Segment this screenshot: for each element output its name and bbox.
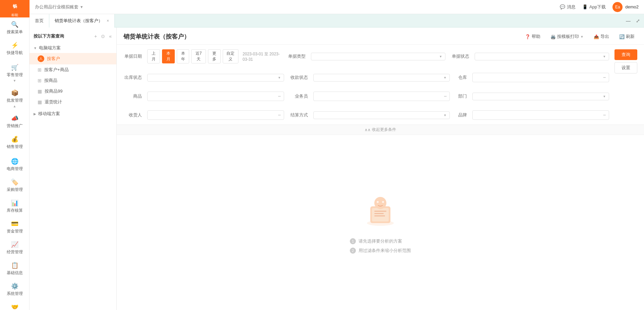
- brand-select[interactable]: ···: [472, 110, 609, 120]
- collapse-text: ∧∧ 收起更多条件: [365, 127, 396, 133]
- settlement-chevron: ▾: [444, 113, 446, 117]
- sidebar-item-inventory[interactable]: 📊 库存核算: [0, 196, 30, 217]
- sidebar-item-sales[interactable]: 💰 销售管理: [0, 132, 30, 153]
- app-download-button[interactable]: 📱 App下载: [582, 4, 606, 10]
- date-btn-this-month[interactable]: 本月: [162, 49, 175, 63]
- scheme-item-customer[interactable]: 人 按客户: [30, 53, 116, 64]
- ecommerce-icon: 🌐: [11, 158, 18, 165]
- desktop-group-label: 电脑端方案: [39, 45, 61, 51]
- tab-active[interactable]: 销货单统计表（按客户） ×: [49, 14, 115, 28]
- desktop-group-header[interactable]: ▼ 电脑端方案: [30, 43, 116, 53]
- salesperson-select[interactable]: ···: [313, 92, 450, 101]
- salesperson-more-icon[interactable]: ···: [444, 93, 446, 99]
- sidebar-item-finance[interactable]: 💳 资金管理: [0, 217, 30, 238]
- doctype-control[interactable]: ▾: [311, 53, 445, 60]
- sidebar-item-business[interactable]: 📈 经营管理: [0, 238, 30, 258]
- scheme-item-goods99[interactable]: ▦ 按商品99: [30, 86, 116, 97]
- empty-state: 1 请先选择要分析的方案 2 用过滤条件来缩小分析范围: [117, 135, 644, 310]
- export-btn[interactable]: 📤 导出: [591, 32, 612, 41]
- print-btn[interactable]: 🖨️ 按模板打印 ▼: [548, 32, 586, 41]
- finance-icon: 💳: [11, 220, 18, 227]
- sidebar-item-system[interactable]: ⚙️ 系统管理: [0, 279, 30, 300]
- scheme-item-goods[interactable]: ⊞ 按商品: [30, 75, 116, 86]
- desktop-scheme-group: ▼ 电脑端方案 人 按客户 ⊞ 按客户+商品 ⊞ 按商品 ▦ 按商品99: [30, 43, 116, 107]
- mobile-group-header[interactable]: ▶ 移动端方案: [30, 109, 116, 119]
- sidebar-item-purchase[interactable]: 🏷️ 采购管理: [0, 175, 30, 196]
- dept-control[interactable]: ▾: [472, 93, 609, 100]
- goods-more-icon[interactable]: ···: [278, 93, 280, 99]
- date-btn-last-month[interactable]: 上月: [147, 49, 160, 63]
- receiver-label: 收货人: [123, 112, 142, 118]
- business-icon: 📈: [11, 241, 18, 248]
- sidebar-item-search[interactable]: 🔍 搜索菜单: [0, 17, 30, 38]
- sidebar-item-quicknav[interactable]: ⚡ 快捷导航: [0, 38, 30, 59]
- collapse-panel-btn[interactable]: «: [108, 33, 112, 40]
- tab-home[interactable]: 首页: [30, 14, 49, 28]
- empty-hints: 1 请先选择要分析的方案 2 用过滤条件来缩小分析范围: [350, 238, 411, 254]
- date-btn-7days[interactable]: 近7天: [191, 49, 206, 63]
- warehouse-select[interactable]: ···: [472, 73, 609, 82]
- scheme-item-return[interactable]: ▦ 退货统计: [30, 97, 116, 107]
- svg-rect-9: [374, 213, 384, 214]
- date-btn-custom[interactable]: 自定义: [223, 49, 239, 63]
- sales-icon: 💰: [11, 136, 18, 143]
- sidebar-item-retail[interactable]: 🛒 零售管理 ▼: [0, 60, 30, 86]
- outstatus-control[interactable]: ▾: [147, 74, 284, 82]
- receiptstatus-select[interactable]: ▾: [313, 74, 450, 82]
- docstatus-control[interactable]: ▾: [475, 53, 609, 60]
- bar-icon-2: ▦: [38, 99, 42, 105]
- receiver-control[interactable]: ···: [147, 110, 284, 120]
- grid-icon-2: ⊞: [38, 78, 42, 83]
- warehouse-more-icon[interactable]: ···: [603, 74, 605, 81]
- collapse-bar[interactable]: ∧∧ 收起更多条件: [117, 125, 644, 135]
- basic-icon: 📋: [11, 262, 18, 269]
- sidebar-item-wholesale[interactable]: 📦 批发管理 ▲: [0, 86, 30, 111]
- purchase-icon: 🏷️: [11, 178, 18, 186]
- sidebar-item-marketing[interactable]: 📣 营销推广: [0, 111, 30, 132]
- sidebar-item-ecommerce[interactable]: 🌐 电商管理: [0, 154, 30, 175]
- date-label: 单据日期: [123, 53, 142, 59]
- svg-point-6: [377, 201, 379, 203]
- settlement-select[interactable]: ▾: [313, 111, 450, 119]
- date-btn-this-year[interactable]: 本年: [177, 49, 190, 63]
- refresh-btn[interactable]: 🔄 刷新: [616, 32, 637, 41]
- warehouse-control[interactable]: ···: [472, 73, 609, 82]
- main-container: 办公用品行业模拟账套 ▾ 💬 消息 📱 App下载 Ea demo2 首页: [30, 0, 644, 310]
- settlement-control[interactable]: ▾: [313, 111, 450, 119]
- receiver-more-icon[interactable]: ···: [278, 112, 280, 118]
- brand-more-icon[interactable]: ···: [603, 112, 605, 118]
- receiptstatus-chevron: ▾: [444, 75, 446, 80]
- receiptstatus-control[interactable]: ▾: [313, 74, 450, 82]
- doctype-select[interactable]: ▾: [311, 53, 445, 60]
- message-button[interactable]: 💬 消息: [560, 4, 576, 10]
- salesperson-control[interactable]: ···: [313, 92, 450, 101]
- sidebar-item-cooperation[interactable]: 🤝 企业协同: [0, 300, 30, 310]
- date-btn-more[interactable]: 更多: [208, 49, 221, 63]
- dept-select[interactable]: ▾: [472, 93, 609, 100]
- title-dropdown-icon[interactable]: ▾: [80, 4, 83, 9]
- dept-chevron: ▾: [603, 94, 605, 99]
- brand-control[interactable]: ···: [472, 110, 609, 120]
- help-btn[interactable]: ❓ 帮助: [522, 32, 543, 41]
- settings-button[interactable]: 设置: [614, 62, 637, 73]
- tab-close-icon[interactable]: ×: [107, 18, 109, 23]
- goods-control[interactable]: ···: [147, 92, 284, 101]
- add-scheme-btn[interactable]: +: [94, 33, 98, 40]
- sidebar-item-basic[interactable]: 📋 基础信息: [0, 258, 30, 279]
- cooperation-icon: 🤝: [11, 303, 18, 310]
- query-button[interactable]: 查询: [614, 49, 637, 60]
- settings-scheme-btn[interactable]: ⊙: [100, 33, 106, 40]
- docstatus-select[interactable]: ▾: [475, 53, 609, 60]
- download-icon: 📱: [582, 4, 588, 9]
- active-tab-label: 销货单统计表（按客户）: [55, 18, 103, 24]
- tab-expand-btn[interactable]: ⤢: [635, 17, 641, 25]
- tab-minimize-btn[interactable]: —: [625, 17, 632, 25]
- user-area[interactable]: Ea demo2: [612, 2, 639, 12]
- outstatus-select[interactable]: ▾: [147, 74, 284, 82]
- dept-label: 部门: [455, 93, 467, 99]
- receiver-select[interactable]: ···: [147, 110, 284, 120]
- goods-select[interactable]: ···: [147, 92, 284, 101]
- empty-illustration: [360, 191, 400, 231]
- salesperson-label: 业务员: [289, 93, 308, 99]
- scheme-item-customer-goods[interactable]: ⊞ 按客户+商品: [30, 64, 116, 75]
